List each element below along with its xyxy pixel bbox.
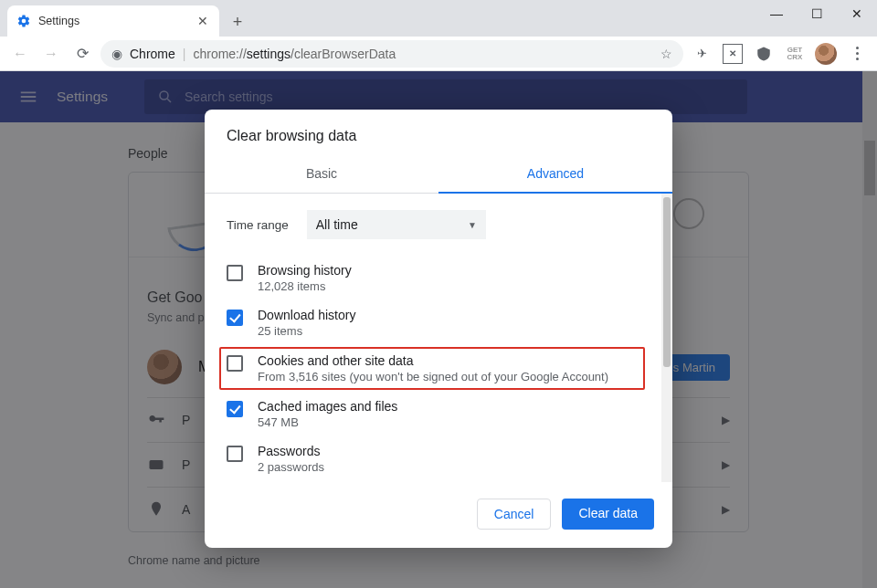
close-window-button[interactable]: ✕ xyxy=(837,0,877,27)
tab-basic[interactable]: Basic xyxy=(205,157,438,194)
url-prefix: Chrome xyxy=(130,47,175,61)
extension-icon-3[interactable] xyxy=(751,41,777,67)
checkbox[interactable] xyxy=(227,265,243,281)
time-range-label: Time range xyxy=(227,218,289,232)
tab-advanced[interactable]: Advanced xyxy=(438,157,672,194)
new-tab-button[interactable]: + xyxy=(225,9,250,35)
clear-browsing-data-dialog: Clear browsing data Basic Advanced Time … xyxy=(205,110,672,548)
titlebar: Settings ✕ + — ☐ ✕ xyxy=(0,0,877,37)
chrome-menu-button[interactable] xyxy=(844,47,870,60)
tab-title: Settings xyxy=(38,15,188,27)
back-button[interactable]: ← xyxy=(7,41,33,67)
extension-icon-2[interactable]: ✕ xyxy=(720,41,745,67)
extension-icon-crx[interactable]: GET CRX xyxy=(782,41,808,67)
dialog-scrollbar[interactable] xyxy=(661,194,672,482)
cancel-button[interactable]: Cancel xyxy=(477,499,552,530)
reload-button[interactable]: ⟳ xyxy=(69,41,95,67)
checkbox[interactable] xyxy=(227,310,243,326)
dialog-tabs: Basic Advanced xyxy=(205,157,672,194)
options-list: Browsing history12,028 items Download hi… xyxy=(205,248,660,482)
tab-close-icon[interactable]: ✕ xyxy=(195,12,210,30)
option-autofill-partial[interactable]: Autofill form data xyxy=(219,481,645,482)
site-info-icon[interactable]: ◉ xyxy=(111,47,122,61)
extension-icon-1[interactable]: ✈ xyxy=(689,41,714,67)
dialog-actions: Cancel Clear data xyxy=(205,482,672,548)
toolbar: ← → ⟳ ◉ Chrome | chrome://settings/clear… xyxy=(0,37,877,71)
settings-gear-icon xyxy=(16,14,31,28)
profile-avatar[interactable] xyxy=(813,41,839,67)
window-controls: — ☐ ✕ xyxy=(756,0,877,27)
checkbox[interactable] xyxy=(227,355,243,372)
minimize-button[interactable]: — xyxy=(756,0,797,27)
bookmark-star-icon[interactable]: ☆ xyxy=(660,47,672,61)
forward-button[interactable]: → xyxy=(38,41,64,67)
option-passwords[interactable]: Passwords2 passwords xyxy=(219,436,645,481)
dialog-title: Clear browsing data xyxy=(205,110,672,157)
option-browsing-history[interactable]: Browsing history12,028 items xyxy=(219,256,645,300)
dialog-body: Time range All time ▼ Browsing history12… xyxy=(205,194,672,482)
url-path: chrome://settings/clearBrowserData xyxy=(193,47,396,61)
clear-data-button[interactable]: Clear data xyxy=(562,499,654,530)
address-bar[interactable]: ◉ Chrome | chrome://settings/clearBrowse… xyxy=(100,40,683,68)
checkbox[interactable] xyxy=(227,401,243,417)
option-cached-images[interactable]: Cached images and files547 MB xyxy=(219,392,645,436)
option-cookies[interactable]: Cookies and other site dataFrom 3,516 si… xyxy=(219,347,645,390)
time-range-select[interactable]: All time ▼ xyxy=(307,210,486,239)
browser-tab[interactable]: Settings ✕ xyxy=(7,5,219,37)
option-download-history[interactable]: Download history25 items xyxy=(219,300,645,345)
maximize-button[interactable]: ☐ xyxy=(797,0,837,27)
checkbox[interactable] xyxy=(227,446,243,462)
chevron-down-icon: ▼ xyxy=(468,220,477,230)
url-separator: | xyxy=(183,47,186,61)
time-range-row: Time range All time ▼ xyxy=(205,194,660,248)
time-range-value: All time xyxy=(316,217,358,232)
